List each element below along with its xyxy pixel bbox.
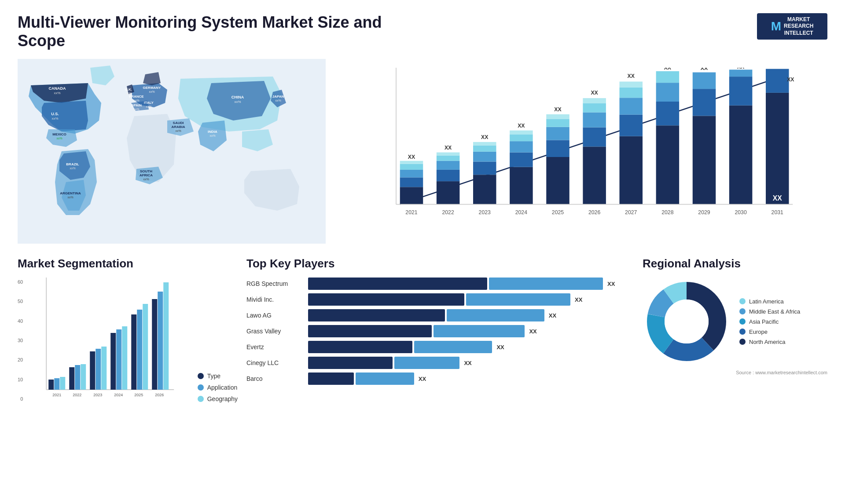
svg-text:2025: 2025 (552, 209, 564, 215)
player-bar-seg2 (394, 357, 459, 369)
svg-rect-122 (116, 329, 121, 390)
svg-text:XX: XX (481, 134, 489, 140)
svg-rect-118 (96, 349, 101, 390)
svg-rect-129 (152, 299, 157, 390)
svg-rect-39 (400, 161, 423, 164)
svg-text:2026: 2026 (588, 209, 600, 215)
reg-dot-mea (739, 308, 746, 314)
player-bar-seg2 (414, 341, 492, 353)
svg-rect-59 (510, 134, 533, 141)
svg-text:FRANCE: FRANCE (129, 95, 144, 99)
reg-legend-mea: Middle East & Africa (739, 308, 800, 315)
svg-text:2024: 2024 (114, 393, 123, 397)
svg-rect-80 (620, 88, 643, 98)
svg-text:XX: XX (628, 73, 635, 79)
svg-rect-111 (60, 377, 65, 390)
reg-label-europe: Europe (749, 329, 768, 335)
svg-rect-45 (437, 156, 460, 161)
svg-rect-92 (693, 73, 716, 89)
svg-text:BRAZIL: BRAZIL (66, 162, 79, 166)
svg-rect-114 (75, 365, 80, 390)
legend-dot-type (198, 373, 204, 379)
bar-chart-container: XX 2021 XX 2022 XX 2023 (334, 59, 827, 244)
player-row: Mividi Inc. XX (246, 293, 634, 306)
bottom-section: Market Segmentation 60 50 40 30 20 10 0 (18, 257, 827, 402)
svg-text:U.K.: U.K. (125, 88, 132, 91)
svg-rect-117 (90, 351, 95, 390)
svg-rect-86 (656, 83, 680, 102)
player-name: Cinegy LLC (246, 359, 304, 366)
svg-point-138 (665, 299, 709, 343)
legend-label-application: Application (207, 384, 238, 391)
player-bar: XX (308, 325, 634, 337)
players-list: RGB Spectrum XX Mividi Inc. XX Lawo AG (246, 278, 634, 385)
reg-label-apac: Asia Pacific (749, 318, 779, 325)
reg-legend-na: North America (739, 339, 800, 345)
regional-legend: Latin America Middle East & Africa Asia … (739, 298, 800, 345)
svg-rect-71 (583, 128, 606, 147)
player-row: Cinegy LLC XX (246, 357, 634, 369)
source-text: Source : www.marketresearchintellect.com (643, 370, 827, 375)
svg-rect-53 (473, 142, 496, 146)
players-title: Top Key Players (246, 257, 634, 270)
svg-rect-73 (583, 103, 606, 113)
svg-rect-44 (437, 161, 460, 170)
svg-rect-35 (400, 187, 423, 204)
player-bar: XX (308, 373, 634, 385)
player-bar: XX (308, 341, 634, 353)
player-bar-seg1 (308, 341, 412, 353)
svg-rect-95 (729, 106, 753, 205)
regional-title: Regional Analysis (643, 257, 827, 270)
player-xx: XX (607, 281, 615, 287)
legend-dot-application (198, 384, 204, 391)
map-svg: CANADA xx% U.S. xx% MEXICO xx% BRAZIL xx… (18, 59, 326, 244)
player-row: Lawo AG XX (246, 309, 634, 321)
svg-text:xx%: xx% (67, 196, 73, 199)
donut-chart (643, 278, 731, 365)
svg-rect-77 (620, 136, 643, 205)
svg-rect-50 (473, 162, 496, 175)
player-xx: XX (419, 376, 426, 382)
page-header: Multi-Viewer Monitoring System Market Si… (18, 13, 827, 50)
svg-rect-78 (620, 115, 643, 136)
svg-text:xx%: xx% (149, 90, 154, 93)
svg-text:ITALY: ITALY (144, 101, 154, 105)
seg-bar-chart-svg: 2021 2022 2023 2024 (32, 278, 184, 401)
svg-text:SOUTH: SOUTH (140, 169, 152, 173)
svg-text:2031: 2031 (772, 209, 783, 215)
svg-text:xx%: xx% (70, 167, 75, 170)
svg-rect-49 (473, 175, 496, 204)
svg-text:XX: XX (737, 68, 745, 70)
player-bar-seg1 (308, 309, 445, 321)
svg-text:AFRICA: AFRICA (140, 173, 153, 177)
legend-label-geography: Geography (207, 395, 238, 402)
svg-text:2030: 2030 (735, 209, 746, 215)
svg-text:XX: XX (518, 123, 525, 129)
player-bar-seg1 (308, 357, 393, 369)
svg-text:JAPAN: JAPAN (272, 95, 284, 99)
player-bar-seg2 (434, 325, 525, 337)
donut-area: Latin America Middle East & Africa Asia … (643, 278, 827, 365)
svg-rect-123 (122, 326, 127, 390)
regional-section: Regional Analysis (643, 257, 827, 402)
svg-rect-46 (437, 153, 460, 156)
svg-rect-66 (546, 119, 569, 127)
svg-rect-131 (163, 282, 169, 390)
svg-text:2029: 2029 (698, 209, 710, 215)
svg-rect-74 (583, 98, 606, 103)
svg-rect-125 (131, 314, 136, 390)
svg-rect-70 (583, 146, 606, 204)
svg-text:xx%: xx% (234, 100, 241, 104)
svg-text:XX: XX (773, 194, 783, 202)
svg-rect-58 (510, 141, 533, 152)
svg-rect-64 (546, 140, 569, 157)
player-xx: XX (529, 328, 536, 335)
svg-rect-113 (69, 367, 74, 390)
svg-text:SPAIN: SPAIN (131, 103, 142, 107)
player-name: Evertz (246, 343, 304, 351)
world-map: CANADA xx% U.S. xx% MEXICO xx% BRAZIL xx… (18, 59, 326, 244)
svg-rect-90 (693, 116, 716, 204)
player-name: Mividi Inc. (246, 296, 304, 303)
player-bar-seg2 (356, 373, 414, 385)
player-bar-seg2 (466, 293, 570, 306)
